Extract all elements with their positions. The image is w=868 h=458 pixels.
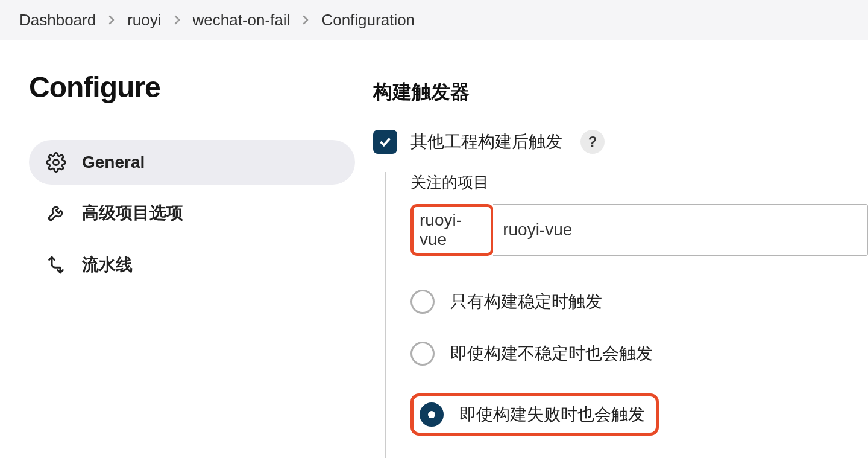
sidebar-item-label: 高级项目选项 xyxy=(82,202,183,224)
chevron-right-icon xyxy=(107,13,116,28)
watched-projects-value: ruoyi-vue xyxy=(420,211,485,249)
radio-option-stable-only[interactable]: 只有构建稳定时触发 xyxy=(410,290,868,314)
gear-icon xyxy=(46,152,66,173)
sidebar-item-advanced-options[interactable]: 高级项目选项 xyxy=(29,189,355,237)
breadcrumb-item-ruoyi[interactable]: ruoyi xyxy=(127,11,161,30)
sidebar-item-label: General xyxy=(82,153,145,172)
breadcrumb-item-wechat-on-fail[interactable]: wechat-on-fail xyxy=(193,11,291,30)
highlight-box: 即使构建失败时也会触发 xyxy=(410,393,659,436)
chevron-right-icon xyxy=(172,13,182,28)
highlight-box: ruoyi-vue xyxy=(410,204,494,256)
pipeline-icon xyxy=(46,255,66,275)
trigger-threshold-radio-group: 只有构建稳定时触发 即使构建不稳定时也会触发 即使构建失败时也会触发 Alway… xyxy=(410,290,868,458)
breadcrumb: Dashboard ruoyi wechat-on-fail Configura… xyxy=(0,0,868,40)
radio-icon xyxy=(410,342,435,366)
sidebar-item-label: 流水线 xyxy=(82,253,133,276)
breadcrumb-item-configuration[interactable]: Configuration xyxy=(321,11,415,30)
radio-icon xyxy=(410,290,435,314)
watched-projects-input[interactable] xyxy=(493,204,868,256)
radio-option-failed[interactable] xyxy=(420,402,444,427)
radio-option-unstable[interactable]: 即使构建不稳定时也会触发 xyxy=(410,342,868,366)
radio-label: 只有构建稳定时触发 xyxy=(450,290,602,313)
page-title: Configure xyxy=(29,71,355,104)
chevron-right-icon xyxy=(301,13,310,28)
wrench-icon xyxy=(46,203,66,223)
checkbox-label: 其他工程构建后触发 xyxy=(410,130,562,153)
radio-label: 即使构建不稳定时也会触发 xyxy=(450,342,653,365)
trigger-after-other-builds-checkbox[interactable] xyxy=(373,130,397,154)
section-title-build-triggers: 构建触发器 xyxy=(373,79,868,106)
sidebar-item-pipeline[interactable]: 流水线 xyxy=(29,241,355,288)
help-icon[interactable]: ? xyxy=(580,130,605,154)
radio-label: 即使构建失败时也会触发 xyxy=(459,403,645,426)
svg-point-0 xyxy=(53,159,58,165)
sidebar-nav: General 高级项目选项 流水线 xyxy=(29,140,355,288)
breadcrumb-item-dashboard[interactable]: Dashboard xyxy=(19,11,96,30)
watched-projects-label: 关注的项目 xyxy=(410,172,868,193)
sidebar-item-general[interactable]: General xyxy=(29,140,355,185)
